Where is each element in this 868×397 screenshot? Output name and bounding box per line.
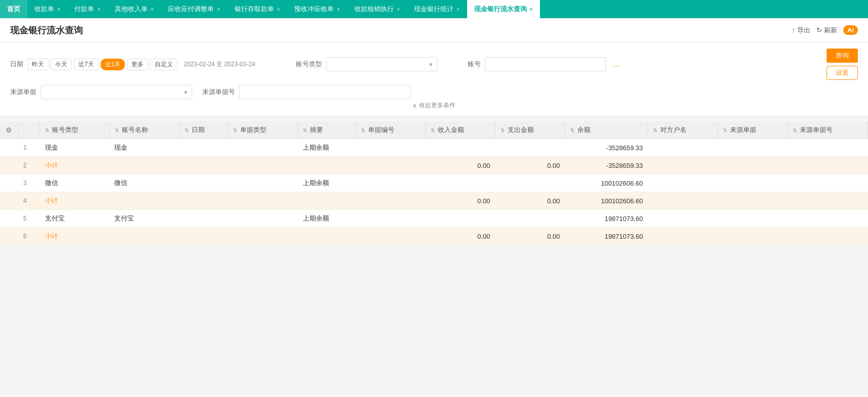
sort-arrows-income: ⇅ (431, 127, 435, 133)
close-tab-2[interactable]: × (97, 6, 100, 12)
table-cell (495, 139, 565, 157)
refresh-button[interactable]: ↻ 刷新 (816, 26, 837, 35)
table-cell (718, 139, 788, 157)
table-cell (648, 139, 718, 157)
account-filter-group: 账号 ... (468, 57, 623, 71)
date-yesterday[interactable]: 昨天 (27, 59, 49, 70)
date-more[interactable]: 更多 (127, 59, 148, 70)
th-doc-no[interactable]: ⇅ 单据编号 (356, 121, 426, 139)
date-7days[interactable]: 近7天 (74, 59, 99, 70)
date-custom[interactable]: 自定义 (150, 59, 177, 70)
close-tab-8[interactable]: × (456, 6, 460, 12)
nav-item-4[interactable]: 应收应付调整单 × (161, 0, 227, 18)
th-doc-type[interactable]: ⇅ 单据类型 (228, 121, 298, 139)
table-cell (648, 174, 718, 192)
th-counterpart[interactable]: ⇅ 对方户名 (648, 121, 718, 139)
table-cell (718, 192, 788, 210)
th-source-doc[interactable]: ⇅ 来源单据 (718, 121, 788, 139)
table-cell (298, 228, 356, 245)
refresh-label: 刷新 (824, 26, 837, 35)
nav-home[interactable]: 首页 (0, 0, 27, 18)
table-cell (179, 139, 228, 157)
th-income[interactable]: ⇅ 收入金额 (426, 121, 495, 139)
close-tab-5[interactable]: × (277, 6, 280, 12)
th-summary[interactable]: ⇅ 摘要 (298, 121, 356, 139)
export-label: 导出 (797, 26, 810, 35)
table-cell (228, 157, 298, 174)
date-filter-group: 日期 昨天 今天 近7天 近1月 更多 自定义 2023-02-24 至 202… (10, 59, 255, 70)
close-tab-4[interactable]: × (217, 6, 220, 12)
th-account-type-label: 账号类型 (52, 126, 78, 134)
sort-arrows-summary: ⇅ (303, 127, 307, 133)
date-today[interactable]: 今天 (51, 59, 72, 70)
th-balance-label: 余额 (577, 126, 590, 134)
account-input[interactable] (485, 57, 606, 71)
export-button[interactable]: ↑ 导出 (792, 26, 811, 35)
date-1month[interactable]: 近1月 (101, 59, 125, 70)
nav-label-3: 其他收入单 (115, 5, 148, 14)
table-row[interactable]: 2小计0.000.00-3528659.33 (0, 157, 868, 174)
th-source-doc-no[interactable]: ⇅ 来源单据号 (788, 121, 868, 139)
th-date-label: 日期 (192, 126, 205, 134)
table-cell: 上期余额 (298, 210, 356, 228)
date-range-display: 2023-02-24 至 2023-03-24 (184, 60, 255, 69)
th-expense[interactable]: ⇅ 支出金额 (495, 121, 565, 139)
table-row[interactable]: 6小计0.000.0019871073.60 (0, 228, 868, 245)
ai-badge[interactable]: Ai (843, 25, 858, 35)
source-doc-select[interactable]: ▾ (40, 85, 192, 99)
nav-item-5[interactable]: 银行存取款单 × (227, 0, 287, 18)
top-nav: 首页 收款单 × 付款单 × 其他收入单 × 应收应付调整单 × 银行存取款单 … (0, 0, 868, 18)
nav-item-3[interactable]: 其他收入单 × (108, 0, 161, 18)
nav-item-2[interactable]: 付款单 × (67, 0, 107, 18)
close-tab-7[interactable]: × (397, 6, 400, 12)
th-settings[interactable]: ⚙ (0, 121, 18, 139)
table-row[interactable]: 5支付宝支付宝上期余额19871073.60 (0, 210, 868, 228)
table-row[interactable]: 1现金现金上期余额-3528659.33 (0, 139, 868, 157)
nav-label-1: 收款单 (34, 5, 54, 14)
close-tab-3[interactable]: × (151, 6, 154, 12)
source-doc-no-input[interactable] (239, 85, 411, 99)
main-table: ⚙ ⇅ 账号类型 ⇅ 账号名称 ⇅ 日期 ⇅ 单据类型 (0, 121, 868, 245)
close-tab-6[interactable]: × (337, 6, 340, 12)
account-type-select[interactable]: ▾ (326, 57, 437, 71)
th-date[interactable]: ⇅ 日期 (179, 121, 228, 139)
table-cell: 0.00 (495, 157, 565, 174)
table-row[interactable]: 3微信微信上期余额100102606.60 (0, 174, 868, 192)
settings-button[interactable]: 设置 (827, 66, 858, 80)
nav-item-7[interactable]: 收款核销执行 × (347, 0, 407, 18)
nav-item-9[interactable]: 现金银行流水查询 × (467, 0, 540, 18)
table-cell (356, 174, 426, 192)
gear-icon[interactable]: ⚙ (6, 126, 12, 134)
table-cell: 微信 (109, 174, 179, 192)
query-button[interactable]: 查询 (827, 49, 858, 63)
table-cell (426, 210, 495, 228)
table-cell (356, 157, 426, 174)
th-balance[interactable]: ⇅ 余额 (565, 121, 648, 139)
table-cell: 小计 (40, 192, 110, 210)
table-cell: 4 (18, 192, 40, 210)
th-account-name[interactable]: ⇅ 账号名称 (109, 121, 179, 139)
account-dots-button[interactable]: ... (610, 60, 623, 69)
close-tab-9[interactable]: × (530, 6, 533, 12)
close-tab-1[interactable]: × (57, 6, 60, 12)
table-cell (788, 157, 868, 174)
nav-item-6[interactable]: 预收冲应收单 × (287, 0, 347, 18)
table-body: 1现金现金上期余额-3528659.332小计0.000.00-3528659.… (0, 139, 868, 245)
table-cell (426, 139, 495, 157)
th-account-type[interactable]: ⇅ 账号类型 (40, 121, 110, 139)
table-cell (179, 174, 228, 192)
date-buttons: 昨天 今天 近7天 近1月 更多 自定义 (27, 59, 177, 70)
collapse-button[interactable]: ∧ 收起更多条件 (413, 101, 455, 110)
table-cell (109, 192, 179, 210)
table-cell: 2 (18, 157, 40, 174)
th-source-doc-no-label: 来源单据号 (800, 126, 833, 134)
th-source-doc-label: 来源单据 (730, 126, 756, 134)
nav-item-1[interactable]: 收款单 × (27, 0, 67, 18)
table-cell: 0.00 (426, 192, 495, 210)
table-cell: 现金 (40, 139, 110, 157)
table-row[interactable]: 4小计0.000.00100102606.60 (0, 192, 868, 210)
table-cell: 0.00 (426, 157, 495, 174)
sort-arrows-source-doc-no: ⇅ (793, 127, 797, 133)
table-cell (298, 157, 356, 174)
nav-item-8[interactable]: 现金银行统计 × (407, 0, 467, 18)
